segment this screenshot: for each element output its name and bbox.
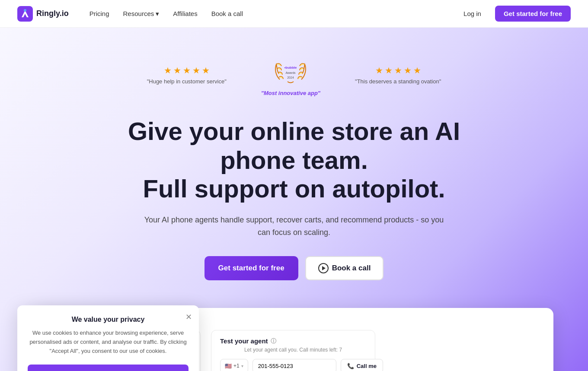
info-icon: ⓘ xyxy=(271,337,276,345)
star-r-3: ★ xyxy=(394,65,402,76)
play-triangle xyxy=(322,266,326,270)
svg-text:2024: 2024 xyxy=(288,76,294,79)
nav-resources[interactable]: Resources ▾ xyxy=(123,10,160,18)
award-right-text: "This deserves a standing ovation" xyxy=(355,78,441,85)
stars-left: ★ ★ ★ ★ ★ xyxy=(147,65,227,76)
star-5: ★ xyxy=(202,65,210,76)
test-agent-title: Test your agent ⓘ xyxy=(220,337,366,345)
login-button[interactable]: Log in xyxy=(457,6,488,21)
svg-text:•bubble: •bubble xyxy=(284,66,297,70)
hero-book-call-button[interactable]: Book a call xyxy=(305,256,384,280)
test-agent-subtitle: Let your agent call you. Call minutes le… xyxy=(220,347,366,353)
cookie-body: We use cookies to enhance your browsing … xyxy=(28,329,189,355)
play-icon xyxy=(318,263,329,273)
headline-line2: Full support on autopilot. xyxy=(143,174,445,203)
svg-text:Awards: Awards xyxy=(286,71,296,74)
award-left: ★ ★ ★ ★ ★ "Huge help in customer service… xyxy=(147,65,227,85)
star-r-1: ★ xyxy=(375,65,383,76)
award-right: ★ ★ ★ ★ ★ "This deserves a standing ovat… xyxy=(355,65,441,85)
chevron-down-icon: ▾ xyxy=(156,10,159,18)
cookie-banner: ✕ We value your privacy We use cookies t… xyxy=(17,305,199,371)
flag-emoji: 🇺🇸 xyxy=(225,363,232,369)
star-4: ★ xyxy=(192,65,200,76)
hero-get-started-button[interactable]: Get started for free xyxy=(205,256,298,280)
nav-get-started-button[interactable]: Get started for free xyxy=(495,6,571,22)
book-call-label: Book a call xyxy=(332,264,371,273)
nav-book-call[interactable]: Book a call xyxy=(211,10,243,17)
star-1: ★ xyxy=(164,65,172,76)
phone-input[interactable] xyxy=(252,359,336,371)
nav-affiliates[interactable]: Affiliates xyxy=(173,10,197,17)
test-agent-card: Test your agent ⓘ Let your agent call yo… xyxy=(211,330,375,371)
call-me-button[interactable]: 📞 Call me xyxy=(341,359,383,371)
star-2: ★ xyxy=(173,65,181,76)
flag-select[interactable]: 🇺🇸 +1 ▾ xyxy=(220,359,248,371)
accept-all-button[interactable]: Accept All xyxy=(28,365,189,371)
award-left-text: "Huge help in customer service" xyxy=(147,78,227,85)
cookie-title: We value your privacy xyxy=(28,316,189,323)
star-r-4: ★ xyxy=(404,65,412,76)
awards-row: ★ ★ ★ ★ ★ "Huge help in customer service… xyxy=(17,54,571,96)
preview-right: Test your agent ⓘ Let your agent call yo… xyxy=(211,330,543,371)
flag-chevron: ▾ xyxy=(241,364,243,368)
bubble-award: •bubble Awards 2024 "Most innovative app… xyxy=(261,54,320,96)
stars-right: ★ ★ ★ ★ ★ xyxy=(355,65,441,76)
star-3: ★ xyxy=(183,65,191,76)
nav-right: Log in Get started for free xyxy=(457,6,571,22)
nav-links: Pricing Resources ▾ Affiliates Book a ca… xyxy=(89,10,457,18)
call-me-label: Call me xyxy=(357,363,377,369)
phone-icon: 📞 xyxy=(347,363,354,369)
test-input-row: 🇺🇸 +1 ▾ 📞 Call me xyxy=(220,359,366,371)
cookie-close-button[interactable]: ✕ xyxy=(185,312,192,322)
nav-pricing[interactable]: Pricing xyxy=(89,10,109,17)
bubble-badge: •bubble Awards 2024 xyxy=(271,54,310,88)
logo[interactable]: Ringly.io xyxy=(17,6,69,22)
star-r-5: ★ xyxy=(413,65,421,76)
star-r-2: ★ xyxy=(385,65,393,76)
hero-section: ★ ★ ★ ★ ★ "Huge help in customer service… xyxy=(0,28,588,371)
logo-icon xyxy=(17,6,33,22)
hero-subheadline: Your AI phone agents handle support, rec… xyxy=(143,214,445,239)
bubble-laurel-svg: •bubble Awards 2024 xyxy=(271,56,310,86)
logo-text: Ringly.io xyxy=(36,9,69,18)
country-code: +1 xyxy=(233,363,240,369)
hero-headline: Give your online store an AI phone team.… xyxy=(99,117,489,203)
bubble-caption: "Most innovative app" xyxy=(261,90,320,96)
navbar: Ringly.io Pricing Resources ▾ Affiliates… xyxy=(0,0,588,28)
svg-point-2 xyxy=(24,9,26,12)
cta-row: Get started for free Book a call xyxy=(17,256,571,280)
headline-line1: Give your online store an AI phone team. xyxy=(128,117,460,174)
